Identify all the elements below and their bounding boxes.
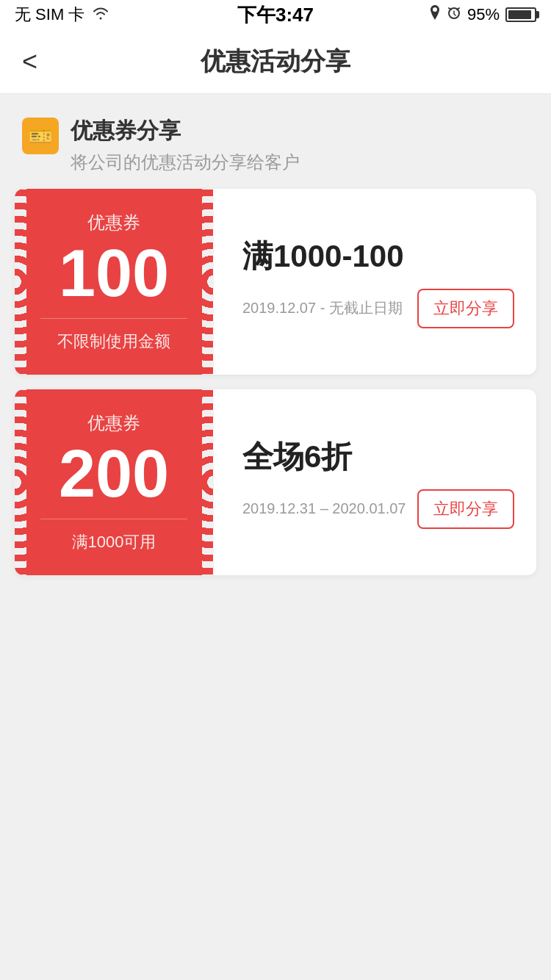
coupon-divider-1 bbox=[40, 519, 187, 519]
section-text-group: 优惠券分享 将公司的优惠活动分享给客户 bbox=[71, 116, 300, 174]
coupon-right-0: 满1000-100 2019.12.07 - 无截止日期 立即分享 bbox=[213, 189, 536, 375]
wifi-icon bbox=[92, 5, 109, 24]
coupon-condition-0: 不限制使用金额 bbox=[57, 331, 170, 353]
section-subtitle: 将公司的优惠活动分享给客户 bbox=[71, 151, 300, 174]
coupon-list: 优惠券 100 不限制使用金额 满1000-100 2019.12.07 - 无… bbox=[0, 189, 551, 590]
section-icon: 🎫 bbox=[22, 118, 59, 154]
coupon-condition-1: 满1000可用 bbox=[72, 531, 156, 553]
nav-bar: < 优惠活动分享 bbox=[0, 29, 551, 94]
share-button-0[interactable]: 立即分享 bbox=[417, 289, 514, 328]
coupon-left-0: 优惠券 100 不限制使用金额 bbox=[15, 189, 213, 375]
status-right: 95% bbox=[429, 5, 536, 24]
coupon-card: 优惠券 100 不限制使用金额 满1000-100 2019.12.07 - 无… bbox=[15, 189, 536, 375]
coupon-left-1: 优惠券 200 满1000可用 bbox=[15, 389, 213, 575]
coupon-meta-0: 2019.12.07 - 无截止日期 立即分享 bbox=[242, 289, 514, 328]
status-time: 下午3:47 bbox=[237, 2, 314, 28]
status-left: 无 SIM 卡 bbox=[15, 4, 109, 26]
coupon-name-0: 满1000-100 bbox=[242, 236, 514, 277]
status-bar: 无 SIM 卡 下午3:47 95% bbox=[0, 0, 551, 29]
coupon-divider-0 bbox=[40, 318, 187, 319]
coupon-date-0: 2019.12.07 - 无截止日期 bbox=[242, 298, 403, 318]
alarm-icon bbox=[447, 5, 461, 24]
back-button[interactable]: < bbox=[22, 46, 37, 77]
page-title: 优惠活动分享 bbox=[201, 45, 350, 79]
coupon-date-1: 2019.12.31 – 2020.01.07 bbox=[242, 500, 406, 517]
section-header: 🎫 优惠券分享 将公司的优惠活动分享给客户 bbox=[0, 94, 551, 189]
coupon-name-1: 全场6折 bbox=[242, 436, 514, 478]
coupon-type-1: 优惠券 bbox=[87, 411, 140, 435]
section-title: 优惠券分享 bbox=[71, 116, 300, 146]
coupon-card: 优惠券 200 满1000可用 全场6折 2019.12.31 – 2020.0… bbox=[15, 389, 536, 575]
battery-icon bbox=[505, 7, 536, 22]
coupon-amount-0: 100 bbox=[59, 240, 169, 306]
location-icon bbox=[429, 5, 441, 24]
coupon-type-0: 优惠券 bbox=[87, 211, 140, 234]
coupon-meta-1: 2019.12.31 – 2020.01.07 立即分享 bbox=[242, 489, 514, 529]
carrier-text: 无 SIM 卡 bbox=[15, 4, 84, 26]
share-button-1[interactable]: 立即分享 bbox=[417, 489, 514, 529]
battery-percent: 95% bbox=[467, 5, 500, 24]
coupon-amount-1: 200 bbox=[59, 441, 169, 507]
coupon-right-1: 全场6折 2019.12.31 – 2020.01.07 立即分享 bbox=[213, 389, 536, 575]
